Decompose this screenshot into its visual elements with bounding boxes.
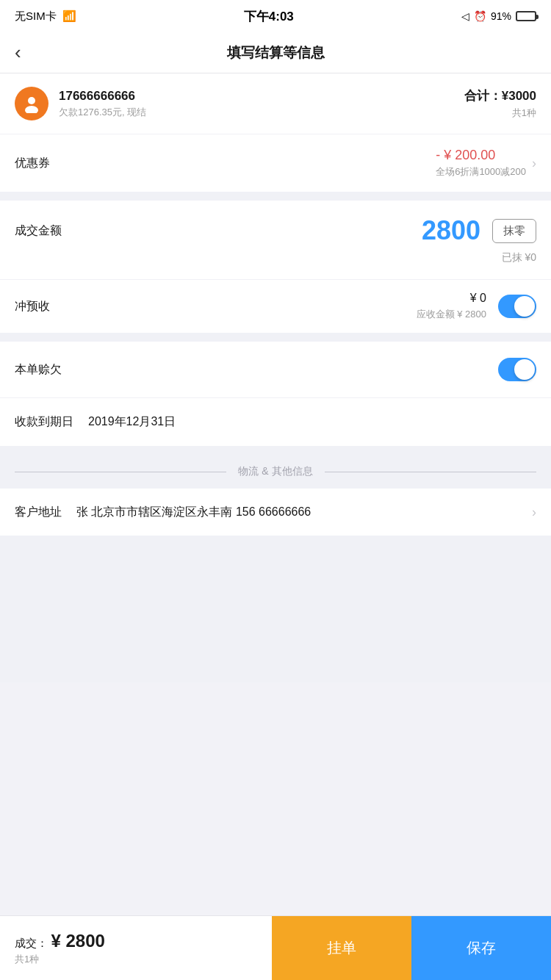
user-sub-text: 欠款1276.35元, 现结 bbox=[59, 106, 146, 119]
amount-section: 成交金额 2800 抹零 已抹 ¥0 bbox=[0, 201, 551, 279]
address-row[interactable]: 客户地址 张 北京市市辖区海淀区永丰南 156 66666666 › bbox=[0, 489, 551, 536]
due-date-label: 收款到期日 bbox=[15, 414, 73, 430]
user-phone: 17666666666 bbox=[59, 89, 146, 104]
hang-button[interactable]: 挂单 bbox=[272, 916, 411, 981]
coupon-info: - ¥ 200.00 全场6折满1000减200 bbox=[436, 148, 526, 179]
debt-row: 本单赊欠 bbox=[0, 342, 551, 397]
debt-toggle[interactable] bbox=[498, 358, 536, 381]
amount-erased-wrap: 已抹 ¥0 bbox=[15, 251, 536, 264]
prepay-row: 冲预收 ¥ 0 应收金额 ¥ 2800 bbox=[0, 279, 551, 333]
bottom-bar: 成交： ¥ 2800 共1种 挂单 保存 bbox=[0, 915, 551, 980]
prepay-value-wrap: ¥ 0 应收金额 ¥ 2800 bbox=[417, 292, 486, 321]
coupon-label: 优惠券 bbox=[15, 156, 50, 171]
status-bar: 无SIM卡 📶 下午4:03 ◁ ⏰ 91% bbox=[0, 0, 551, 32]
prepay-value: ¥ 0 bbox=[470, 292, 486, 305]
coupon-desc: 全场6折满1000减200 bbox=[436, 165, 526, 179]
bottom-summary: 成交： ¥ 2800 共1种 bbox=[0, 931, 272, 966]
section-divider-2 bbox=[0, 333, 551, 342]
section-divider-3 bbox=[0, 446, 551, 455]
back-button[interactable]: ‹ bbox=[15, 41, 44, 64]
header-line-right bbox=[325, 472, 536, 472]
user-left: 17666666666 欠款1276.35元, 现结 bbox=[15, 87, 146, 120]
nav-bar: ‹ 填写结算等信息 bbox=[0, 32, 551, 73]
bottom-deal-row: 成交： ¥ 2800 bbox=[15, 931, 257, 951]
round-button[interactable]: 抹零 bbox=[492, 219, 536, 243]
save-button[interactable]: 保存 bbox=[411, 916, 551, 981]
wifi-icon: 📶 bbox=[62, 10, 76, 23]
location-icon: ◁ bbox=[461, 10, 469, 22]
page-title: 填写结算等信息 bbox=[227, 43, 325, 62]
prepay-sub: 应收金额 ¥ 2800 bbox=[417, 308, 486, 321]
prepay-toggle[interactable] bbox=[498, 295, 536, 318]
avatar bbox=[15, 87, 48, 120]
header-line-left bbox=[15, 472, 226, 472]
svg-point-1 bbox=[25, 106, 38, 113]
amount-label: 成交金额 bbox=[15, 223, 62, 239]
due-date-row: 收款到期日 2019年12月31日 bbox=[0, 398, 551, 446]
user-info-section: 17666666666 欠款1276.35元, 现结 合计：¥3000 共1种 bbox=[0, 73, 551, 134]
due-date-value: 2019年12月31日 bbox=[88, 414, 176, 430]
logistics-header: 物流 & 其他信息 bbox=[0, 455, 551, 489]
amount-row: 成交金额 2800 抹零 bbox=[15, 215, 536, 246]
address-value: 张 北京市市辖区海淀区永丰南 156 66666666 bbox=[76, 503, 517, 521]
user-count: 共1种 bbox=[464, 107, 536, 120]
status-left: 无SIM卡 📶 bbox=[15, 10, 76, 24]
bottom-deal-amount: ¥ 2800 bbox=[51, 931, 104, 951]
bottom-count: 共1种 bbox=[15, 953, 257, 966]
user-total: 合计：¥3000 共1种 bbox=[464, 87, 536, 120]
svg-point-0 bbox=[28, 97, 35, 104]
user-info-row: 17666666666 欠款1276.35元, 现结 合计：¥3000 共1种 bbox=[15, 87, 536, 120]
bottom-spacer bbox=[0, 536, 551, 682]
amount-number: 2800 bbox=[422, 215, 480, 246]
section-divider-1 bbox=[0, 192, 551, 201]
address-label: 客户地址 bbox=[15, 505, 62, 520]
debt-label: 本单赊欠 bbox=[15, 362, 62, 378]
amount-value-wrap: 2800 抹零 bbox=[422, 215, 536, 246]
amount-erased: 已抹 ¥0 bbox=[502, 251, 536, 263]
sim-text: 无SIM卡 bbox=[15, 10, 57, 24]
battery-percent: 91% bbox=[491, 10, 511, 22]
user-total-value: 合计：¥3000 bbox=[464, 87, 536, 104]
user-details: 17666666666 欠款1276.35元, 现结 bbox=[59, 89, 146, 119]
prepay-label: 冲预收 bbox=[15, 299, 50, 314]
debt-toggle-knob bbox=[514, 359, 535, 380]
alarm-icon: ⏰ bbox=[474, 10, 486, 22]
toggle-knob bbox=[514, 296, 535, 317]
bottom-deal-label: 成交： bbox=[15, 937, 48, 949]
coupon-row[interactable]: 优惠券 - ¥ 200.00 全场6折满1000减200 › bbox=[0, 134, 551, 192]
chevron-right-icon: › bbox=[532, 156, 536, 171]
address-chevron-icon: › bbox=[532, 505, 536, 520]
status-time: 下午4:03 bbox=[244, 8, 294, 25]
status-right: ◁ ⏰ 91% bbox=[461, 10, 536, 22]
battery-bar bbox=[516, 11, 536, 21]
coupon-right: - ¥ 200.00 全场6折满1000减200 › bbox=[436, 148, 536, 179]
coupon-discount: - ¥ 200.00 bbox=[436, 148, 526, 163]
prepay-right: ¥ 0 应收金额 ¥ 2800 bbox=[417, 292, 536, 321]
logistics-title: 物流 & 其他信息 bbox=[238, 465, 312, 478]
